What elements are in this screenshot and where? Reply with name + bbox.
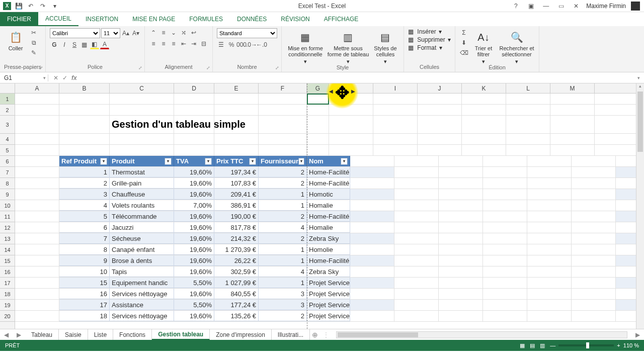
table-cell[interactable]: Homotic [307,189,350,200]
table-cell[interactable]: 2 [59,178,110,189]
vertical-scrollbar[interactable]: ▴ [636,83,644,329]
table-cell[interactable]: 214,32 € [214,233,259,244]
table-cell[interactable]: 1 [259,189,307,200]
table-cell[interactable]: 817,78 € [214,222,259,233]
filter-icon[interactable]: ▾ [100,158,107,165]
undo-icon[interactable]: ↶ [26,2,35,11]
table-cell[interactable]: Zebra Sky [307,233,350,244]
table-cell[interactable]: Projet Service [307,289,350,299]
col-header-G[interactable]: G [307,83,329,93]
table-header[interactable]: TVA▾ [174,156,214,166]
table-cell[interactable]: 19,60% [174,266,214,277]
row-header-14[interactable]: 14 [0,244,15,255]
cancel-formula-icon[interactable]: ✕ [53,74,58,81]
increase-indent-icon[interactable]: ⇥ [189,39,198,48]
table-cell[interactable]: 190,00 € [214,211,259,222]
table-cell[interactable]: Zebra Sky [307,266,350,277]
qat-customize-icon[interactable]: ▾ [50,2,59,11]
col-header-M[interactable]: M [550,83,595,93]
font-color-icon[interactable]: A [100,40,109,49]
new-sheet-button[interactable]: ⊕ [310,331,320,339]
sheet-tab[interactable]: Liste [88,329,113,340]
table-cell[interactable]: 4 [259,266,307,277]
cells-area[interactable]: Gestion d'un tableau simpleRef Produit▾P… [15,94,636,329]
table-cell[interactable]: 17 [59,300,110,310]
table-cell[interactable]: Volets roulants [110,200,174,211]
col-header-E[interactable]: E [214,83,259,93]
table-cell[interactable]: 5 [59,211,110,222]
table-cell[interactable]: 26,22 € [214,255,259,266]
table-cell[interactable]: Projet Service [307,278,350,288]
font-size-select[interactable]: 11 [101,28,120,38]
paste-button[interactable]: 📋 Coller [4,28,27,51]
merge-center-icon[interactable]: ⊟ [199,39,208,48]
table-cell[interactable]: 1 270,39 € [214,244,259,255]
spreadsheet-grid[interactable]: ABCDEFGHIJKLM 12345678910111213141516171… [0,83,644,329]
filter-icon[interactable]: ▾ [205,158,212,165]
sheet-tab[interactable]: Zone d'impression [210,329,272,340]
table-cell[interactable]: Homalie [307,200,350,211]
table-cell[interactable]: 19,60% [174,255,214,266]
filter-icon[interactable]: ▾ [165,158,172,165]
col-header-H[interactable]: H [329,83,373,93]
tab-review[interactable]: RÉVISION [274,12,316,26]
table-cell[interactable]: 19,60% [174,244,214,255]
table-cell[interactable]: 19,60% [174,311,214,321]
table-cell[interactable]: 1 [59,167,110,177]
table-header[interactable]: Produit▾ [110,156,174,166]
table-cell[interactable]: Grille-pain [110,178,174,189]
underline-button[interactable]: S [70,40,79,49]
table-cell[interactable]: 2 [259,167,307,177]
table-cell[interactable]: Assistance [110,300,174,310]
save-icon[interactable]: 💾 [14,2,23,11]
align-left-icon[interactable]: ≡ [149,39,158,48]
table-cell[interactable]: 107,83 € [214,178,259,189]
cell-styles-button[interactable]: ▤Styles de cellules▾ [371,28,399,64]
row-header-15[interactable]: 15 [0,255,15,266]
row-header-16[interactable]: 16 [0,266,15,278]
table-cell[interactable]: 2 [259,311,307,321]
sheet-nav-prev-icon[interactable]: ◀ [0,331,13,338]
close-icon[interactable]: ✕ [571,3,581,10]
row-header-11[interactable]: 11 [0,211,15,222]
row-header-4[interactable]: 4 [0,134,15,145]
zoom-level[interactable]: 110 % [623,342,639,348]
table-cell[interactable]: 5,50% [174,300,214,310]
row-header-12[interactable]: 12 [0,222,15,233]
table-cell[interactable]: Projet Service [307,311,350,321]
name-box[interactable]: G1▾ [0,74,48,81]
table-cell[interactable]: 19,60% [174,289,214,299]
format-painter-icon[interactable]: ✎ [29,48,38,57]
accounting-format-icon[interactable]: ☰ [217,40,226,49]
orientation-icon[interactable]: ⤭ [179,28,188,37]
insert-function-icon[interactable]: fx [71,74,77,81]
conditional-formatting-button[interactable]: ▦Mise en forme conditionnelle▾ [286,28,325,64]
col-header-C[interactable]: C [110,83,174,93]
row-header-18[interactable]: 18 [0,289,15,300]
enter-formula-icon[interactable]: ✓ [62,74,67,81]
tab-layout[interactable]: MISE EN PAGE [125,12,182,26]
table-cell[interactable]: Thermostat [110,167,174,177]
table-cell[interactable]: 2 [259,178,307,189]
table-cell[interactable]: 177,24 € [214,300,259,310]
clear-icon[interactable]: ⌫ [459,48,468,57]
table-header[interactable]: Ref Produit▾ [59,156,110,166]
filter-icon[interactable]: ▾ [341,158,348,165]
number-format-select[interactable]: Standard [217,28,277,38]
align-right-icon[interactable]: ≡ [169,39,178,48]
row-header-10[interactable]: 10 [0,200,15,211]
table-cell[interactable]: Home-Facilité [307,178,350,189]
sheet-tab[interactable]: Fonctions [113,329,152,340]
table-cell[interactable]: Projet Service [307,300,350,310]
align-middle-icon[interactable]: ≡ [159,28,168,37]
expand-formula-bar-icon[interactable]: ▾ [633,75,644,80]
table-header[interactable]: Fournisseur▾ [259,156,307,166]
table-cell[interactable]: 10 [59,266,110,277]
ribbon-display-icon[interactable]: ▣ [526,3,536,10]
percent-icon[interactable]: % [227,40,236,49]
table-cell[interactable]: Services néttoyage [110,289,174,299]
decrease-indent-icon[interactable]: ⇤ [179,39,188,48]
table-cell[interactable]: Home-Facilité [307,167,350,177]
table-cell[interactable]: Télécommande [110,211,174,222]
sheet-tab[interactable]: Gestion tableau [152,329,210,340]
